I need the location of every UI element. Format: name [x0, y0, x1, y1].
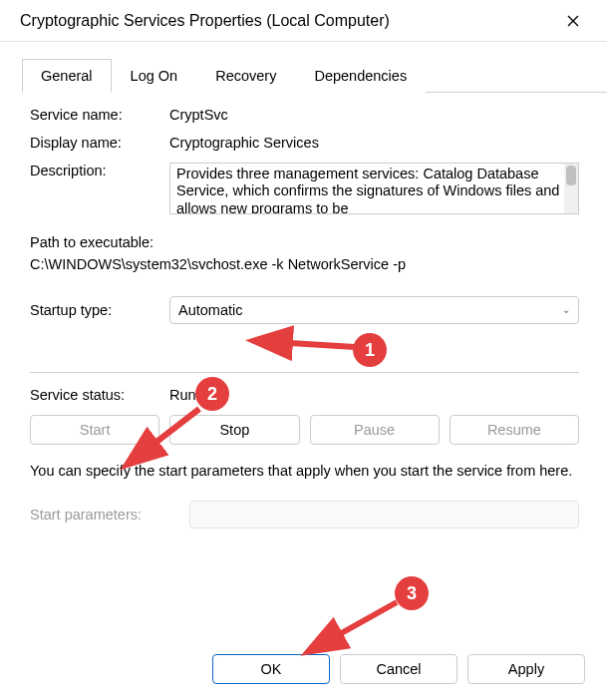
startup-type-select[interactable]: Automatic ⌄: [169, 296, 579, 324]
description-scrollbar[interactable]: [564, 164, 578, 213]
window-title: Cryptographic Services Properties (Local…: [20, 12, 390, 30]
display-name-label: Display name:: [30, 135, 169, 151]
titlebar: Cryptographic Services Properties (Local…: [0, 0, 607, 42]
parameters-note: You can specify the start parameters tha…: [30, 461, 579, 481]
description-box[interactable]: Provides three management services: Cata…: [169, 163, 579, 214]
description-label: Description:: [30, 163, 169, 178]
tab-recovery[interactable]: Recovery: [196, 59, 295, 93]
service-name-label: Service name:: [30, 107, 169, 123]
tabs: General Log On Recovery Dependencies: [22, 58, 607, 93]
annotation-3: 3: [395, 576, 429, 610]
annotation-1: 1: [353, 333, 387, 367]
tab-logon[interactable]: Log On: [112, 59, 197, 93]
close-icon[interactable]: [555, 6, 591, 36]
path-value: C:\WINDOWS\system32\svchost.exe -k Netwo…: [30, 254, 579, 276]
resume-button: Resume: [450, 415, 579, 445]
startup-type-label: Startup type:: [30, 302, 169, 318]
divider: [30, 372, 579, 373]
service-status-label: Service status:: [30, 387, 169, 403]
description-text: Provides three management services: Cata…: [176, 166, 559, 214]
tab-general[interactable]: General: [22, 59, 112, 93]
service-name-value: CryptSvc: [169, 107, 228, 123]
ok-button[interactable]: OK: [212, 654, 330, 684]
display-name-value: Cryptographic Services: [169, 135, 319, 151]
tab-dependencies[interactable]: Dependencies: [295, 59, 426, 93]
cancel-button[interactable]: Cancel: [340, 654, 457, 684]
start-button: Start: [30, 415, 159, 445]
start-parameters-input: [189, 501, 579, 528]
content: Service name: CryptSvc Display name: Cry…: [0, 93, 607, 528]
start-parameters-label: Start parameters:: [30, 507, 189, 523]
stop-button[interactable]: Stop: [169, 415, 299, 445]
annotation-2: 2: [195, 377, 229, 411]
apply-button[interactable]: Apply: [467, 654, 585, 684]
scrollbar-thumb[interactable]: [566, 166, 576, 185]
pause-button: Pause: [310, 415, 440, 445]
footer-buttons: OK Cancel Apply: [212, 654, 585, 684]
svg-line-2: [311, 602, 397, 650]
startup-type-value: Automatic: [178, 302, 242, 318]
chevron-down-icon: ⌄: [562, 304, 570, 315]
path-header: Path to executable:: [30, 232, 579, 254]
